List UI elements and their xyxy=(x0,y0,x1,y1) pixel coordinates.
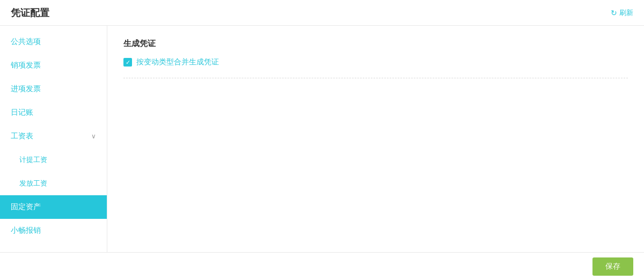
sidebar-item-purchase-invoice[interactable]: 进项发票 xyxy=(0,77,107,101)
sidebar-item-label: 销项发票 xyxy=(11,61,41,70)
page-wrapper: 凭证配置 ↻ 刷新 公共选项 销项发票 进项发票 日记账 工资表 ∨ xyxy=(0,0,644,280)
content-area: 生成凭证 ✓ 按变动类型合并生成凭证 xyxy=(107,26,644,252)
sidebar-item-payroll-table[interactable]: 工资表 ∨ xyxy=(0,124,107,148)
section-divider xyxy=(123,78,628,78)
page-footer: 保存 xyxy=(0,252,644,280)
sidebar-item-label: 发放工资 xyxy=(19,179,47,188)
sidebar-item-label: 固定资产 xyxy=(11,202,41,212)
refresh-button[interactable]: ↻ 刷新 xyxy=(611,8,633,18)
page-title: 凭证配置 xyxy=(11,6,49,19)
sidebar-item-pay-payroll[interactable]: 发放工资 xyxy=(0,172,107,195)
refresh-label: 刷新 xyxy=(619,8,633,18)
sidebar-item-sales-invoice[interactable]: 销项发票 xyxy=(0,54,107,77)
save-button[interactable]: 保存 xyxy=(592,257,633,276)
sidebar-item-label: 工资表 xyxy=(11,131,33,141)
sidebar-item-fixed-assets[interactable]: 固定资产 xyxy=(0,195,107,219)
sidebar: 公共选项 销项发票 进项发票 日记账 工资表 ∨ 计提工资 发放工资 固定资 xyxy=(0,26,107,252)
sidebar-item-expense-report[interactable]: 小畅报销 xyxy=(0,219,107,242)
checkbox-row: ✓ 按变动类型合并生成凭证 xyxy=(123,57,628,67)
refresh-icon: ↻ xyxy=(611,9,617,17)
sidebar-item-journal[interactable]: 日记账 xyxy=(0,101,107,124)
chevron-down-icon: ∨ xyxy=(91,132,96,140)
sidebar-item-label: 计提工资 xyxy=(19,155,47,165)
section-title: 生成凭证 xyxy=(123,39,628,49)
page-header: 凭证配置 ↻ 刷新 xyxy=(0,0,644,26)
sidebar-item-accrual-payroll[interactable]: 计提工资 xyxy=(0,148,107,172)
sidebar-item-public-options[interactable]: 公共选项 xyxy=(0,30,107,54)
sidebar-item-label: 公共选项 xyxy=(11,37,41,47)
sidebar-item-label: 小畅报销 xyxy=(11,226,41,235)
merge-by-type-checkbox[interactable]: ✓ xyxy=(123,58,132,67)
main-content: 公共选项 销项发票 进项发票 日记账 工资表 ∨ 计提工资 发放工资 固定资 xyxy=(0,26,644,252)
sidebar-item-label: 日记账 xyxy=(11,108,33,117)
checkbox-label: 按变动类型合并生成凭证 xyxy=(136,57,219,67)
sidebar-item-label: 进项发票 xyxy=(11,84,41,94)
checkmark-icon: ✓ xyxy=(126,60,130,65)
